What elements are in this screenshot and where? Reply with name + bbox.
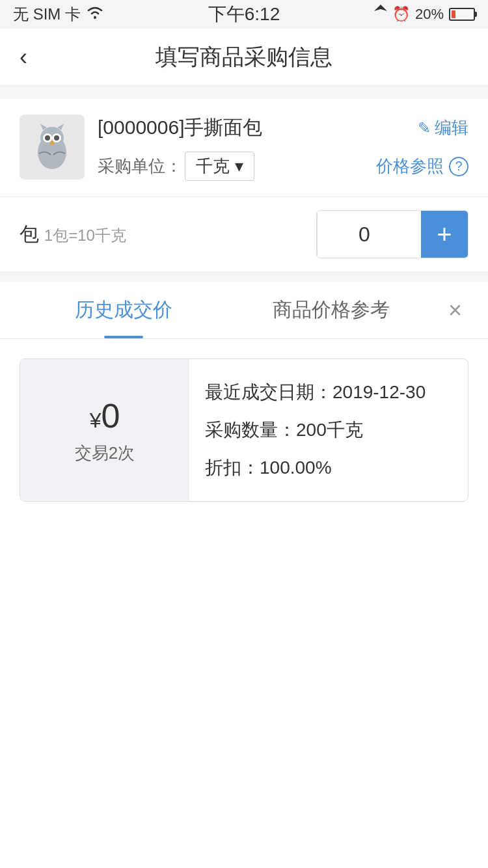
unit-label: 采购单位：: [98, 155, 182, 178]
trade-quantity-row: 采购数量：200千克: [205, 416, 452, 444]
tab-history-price[interactable]: 历史成交价: [20, 282, 227, 338]
trade-date-label: 最近成交日期：: [205, 382, 332, 402]
battery-indicator: [449, 8, 475, 21]
dropdown-arrow: ▾: [235, 156, 243, 176]
unit-info: 包 1包=10千克: [20, 221, 316, 248]
location-icon: [374, 5, 387, 24]
unit-selector: 采购单位： 千克 ▾: [98, 152, 254, 181]
status-bar: 无 SIM 卡 下午6:12 ⏰ 20%: [0, 0, 488, 29]
trade-discount-row: 折扣：100.00%: [205, 454, 452, 481]
battery-percent: 20%: [415, 6, 444, 23]
quantity-control: +: [316, 210, 468, 258]
trade-quantity-label: 采购数量：: [205, 420, 296, 440]
trade-summary: ¥0 交易2次: [20, 359, 189, 501]
content-area: [0, 521, 488, 868]
tab-product-price-ref-label: 商品价格参考: [273, 297, 390, 323]
tabs-header: 历史成交价 商品价格参考 ×: [0, 282, 488, 339]
quantity-unit-name: 包: [20, 223, 39, 245]
unit-dropdown[interactable]: 千克 ▾: [185, 152, 254, 181]
quantity-plus-button[interactable]: +: [421, 211, 468, 258]
page-title: 填写商品采购信息: [156, 42, 332, 72]
tabs-close-button[interactable]: ×: [442, 290, 468, 331]
price-ref-label: 价格参照: [376, 155, 444, 178]
trade-card: ¥0 交易2次 最近成交日期：2019-12-30 采购数量：200千克 折扣：…: [20, 359, 468, 502]
status-left: 无 SIM 卡: [13, 4, 104, 25]
trade-date-value: 2019-12-30: [332, 382, 426, 402]
trade-date-row: 最近成交日期：2019-12-30: [205, 379, 452, 406]
tab-history-price-label: 历史成交价: [75, 297, 172, 323]
product-header: [0000006]手撕面包 ✎ 编辑 采购单位： 千克 ▾ 价格参照: [20, 115, 468, 181]
svg-point-8: [54, 135, 59, 141]
price-reference-button[interactable]: 价格参照 ?: [376, 155, 468, 178]
edit-icon: ✎: [418, 119, 431, 137]
back-button[interactable]: ‹: [20, 44, 27, 71]
status-right: ⏰ 20%: [374, 5, 475, 24]
product-info: [0000006]手撕面包 ✎ 编辑 采购单位： 千克 ▾ 价格参照: [98, 115, 468, 181]
svg-point-0: [94, 16, 96, 19]
product-thumbnail: [20, 115, 85, 180]
tabs-panel: 历史成交价 商品价格参考 × ¥0 交易2次 最近成交日期：2019-12-30…: [0, 282, 488, 868]
trade-price-value: 0: [101, 397, 120, 435]
carrier-text: 无 SIM 卡: [13, 4, 81, 25]
svg-point-6: [45, 135, 50, 141]
trade-count: 交易2次: [75, 442, 135, 465]
product-image: [26, 121, 78, 173]
trade-discount-label: 折扣：: [205, 457, 260, 478]
tab-product-price-ref[interactable]: 商品价格参考: [227, 282, 435, 338]
quantity-input[interactable]: [317, 211, 421, 258]
product-name-row: [0000006]手撕面包 ✎ 编辑: [98, 115, 468, 141]
edit-label: 编辑: [435, 116, 468, 139]
trade-price-symbol: ¥: [90, 409, 102, 432]
alarm-icon: ⏰: [392, 6, 410, 23]
trade-quantity-value: 200千克: [296, 420, 363, 440]
unit-row: 采购单位： 千克 ▾ 价格参照 ?: [98, 152, 468, 181]
trade-details: 最近成交日期：2019-12-30 采购数量：200千克 折扣：100.00%: [189, 359, 468, 501]
wifi-icon: [86, 5, 104, 23]
product-card: [0000006]手撕面包 ✎ 编辑 采购单位： 千克 ▾ 价格参照: [0, 99, 488, 197]
status-time: 下午6:12: [208, 2, 280, 27]
trade-price: ¥0: [90, 396, 120, 435]
product-full-name: [0000006]手撕面包: [98, 115, 262, 141]
nav-bar: ‹ 填写商品采购信息: [0, 29, 488, 86]
price-ref-help-icon: ?: [449, 157, 468, 176]
trade-discount-value: 100.00%: [260, 457, 332, 478]
quantity-row: 包 1包=10千克 +: [0, 197, 488, 271]
unit-value: 千克: [196, 155, 230, 178]
edit-button[interactable]: ✎ 编辑: [418, 116, 468, 139]
unit-conversion: 1包=10千克: [44, 226, 126, 244]
